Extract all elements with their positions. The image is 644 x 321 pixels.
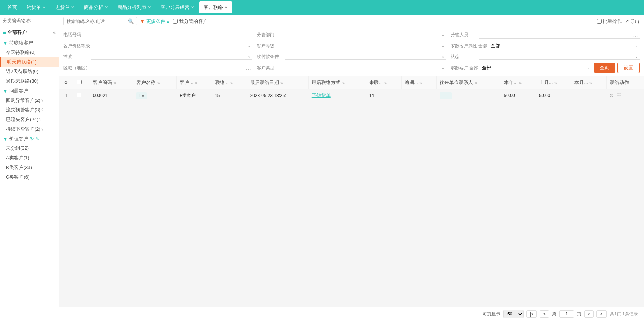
sidebar-item-aclass[interactable]: A类客户(1) bbox=[0, 153, 59, 163]
sidebar-item-overdue[interactable]: 逾期未联络(30) bbox=[0, 76, 59, 86]
sidebar-item-abnormal[interactable]: 回购异常客户(2) ? bbox=[0, 96, 59, 105]
filter-select-dept[interactable]: ⌄ bbox=[285, 32, 446, 38]
sort-icon[interactable]: ⇅ bbox=[280, 81, 283, 85]
sidebar-item-cclass[interactable]: C类客户(6) bbox=[0, 172, 59, 182]
export-btn[interactable]: ↗ 导出 bbox=[625, 18, 640, 25]
collapse-icon[interactable]: « bbox=[53, 30, 56, 35]
close-icon[interactable]: ✕ bbox=[191, 5, 194, 10]
sidebar-item-tomorrow[interactable]: 明天待联络(1) bbox=[0, 57, 59, 67]
cell-customer-code: 000021 bbox=[90, 89, 133, 102]
help-icon: ? bbox=[39, 117, 41, 122]
nav-item-1[interactable]: 进货单 ✕ bbox=[51, 1, 79, 13]
setting-button[interactable]: 设置 bbox=[617, 63, 640, 73]
sidebar-item-bclass[interactable]: B类客户(33) bbox=[0, 163, 59, 172]
select-all-checkbox[interactable] bbox=[77, 80, 82, 84]
nav-item-4[interactable]: 客户分层经营 ✕ bbox=[156, 1, 199, 13]
dots-icon: … bbox=[246, 65, 251, 71]
sort-icon[interactable]: ⇅ bbox=[113, 81, 116, 85]
my-customers-checkbox[interactable] bbox=[173, 19, 178, 24]
edit-icon[interactable]: ✎ bbox=[35, 136, 39, 141]
filter-label-price-level: 客户价格等级 bbox=[63, 43, 90, 49]
sort-icon[interactable]: ⇅ bbox=[157, 81, 160, 85]
more-conditions-btn[interactable]: ▼ 更多条件 ▲ bbox=[140, 18, 170, 25]
table-row: 1 000021 Ea B类客户 15 2023-05-23 18:25: 下销… bbox=[59, 89, 644, 102]
refresh-action-icon[interactable]: ↻ bbox=[609, 93, 614, 99]
search-box: 🔍 bbox=[63, 17, 137, 25]
sort-icon[interactable]: ⇅ bbox=[195, 81, 197, 85]
sidebar-search-input[interactable] bbox=[3, 18, 58, 23]
first-page-btn[interactable]: |< bbox=[526, 310, 537, 318]
sort-icon[interactable]: ⇅ bbox=[230, 81, 233, 85]
prev-page-btn[interactable]: < bbox=[540, 310, 549, 318]
filter-select-payment[interactable]: ⌄ bbox=[285, 53, 446, 60]
filter-label-payment: 收付款条件 bbox=[257, 54, 283, 60]
sidebar-item-7days[interactable]: 近7天待联络(0) bbox=[0, 67, 59, 76]
per-page-label: 每页显示 bbox=[483, 311, 500, 317]
sort-icon[interactable]: ⇅ bbox=[475, 81, 477, 85]
sidebar-item-today[interactable]: 今天待联络(0) bbox=[0, 48, 59, 57]
filter-select-customer-type[interactable]: ⌄ bbox=[285, 65, 446, 71]
search-icon[interactable]: 🔍 bbox=[128, 18, 134, 24]
next-page-btn[interactable]: > bbox=[584, 310, 594, 318]
last-page-btn[interactable]: >| bbox=[596, 310, 607, 318]
filter-input-phone[interactable] bbox=[91, 31, 252, 38]
nav-item-3[interactable]: 商品分析列表 ✕ bbox=[113, 1, 155, 13]
help-icon: ? bbox=[41, 108, 43, 112]
filter-label-retail-attr: 零散客户属性 全部 bbox=[451, 43, 487, 49]
sidebar-item-ungrouped[interactable]: 未分组(32) bbox=[0, 144, 59, 153]
sidebar-item-declining[interactable]: 持续下滑客户(2) ? bbox=[0, 124, 59, 134]
sort-icon[interactable]: ⇅ bbox=[342, 81, 345, 85]
grid-action-icon[interactable]: ☷ bbox=[617, 93, 622, 99]
filter-select-retail-attr[interactable]: 全部 ⌄ bbox=[489, 42, 640, 50]
filter-select-customer-level[interactable]: ⌄ bbox=[285, 43, 446, 49]
cell-last-contact-method[interactable]: 下销货单 bbox=[309, 89, 366, 102]
filter-select-retail-customer[interactable]: 全部 ⌄ bbox=[480, 64, 592, 72]
nav-home[interactable]: 首页 bbox=[3, 3, 21, 12]
nav-item-0[interactable]: 销货单 ✕ bbox=[22, 1, 50, 13]
sidebar-all-customers[interactable]: ■ 全部客户 « bbox=[0, 27, 59, 38]
sort-icon[interactable]: ⇅ bbox=[519, 81, 522, 85]
nav-item-2[interactable]: 商品分析 ✕ bbox=[80, 1, 112, 13]
filter-select-price-level[interactable]: ⌄ bbox=[92, 43, 252, 49]
sidebar-item-lostwarning[interactable]: 流失预警客户(3) ? bbox=[0, 105, 59, 115]
cell-action: ↻ ☷ bbox=[606, 89, 644, 102]
sidebar-problem-section: ▼ 问题客户 bbox=[0, 86, 59, 96]
search-input[interactable] bbox=[67, 19, 126, 24]
sidebar-pending-section: ▼ 待联络客户 bbox=[0, 38, 59, 48]
close-icon[interactable]: ✕ bbox=[42, 5, 46, 10]
query-button[interactable]: 查询 bbox=[594, 63, 615, 73]
export-icon: ↗ bbox=[625, 18, 629, 24]
filter-row-status: 状态 ⌄ bbox=[451, 53, 640, 60]
sort-icon[interactable]: ⇅ bbox=[419, 81, 422, 85]
close-icon[interactable]: ✕ bbox=[224, 5, 228, 10]
chevron-down-icon: ⌄ bbox=[248, 54, 251, 59]
cell-checkbox[interactable] bbox=[74, 89, 90, 102]
row-checkbox[interactable] bbox=[77, 93, 81, 97]
filter-select-nature[interactable]: ⌄ bbox=[91, 53, 252, 60]
sort-icon[interactable]: ⇅ bbox=[554, 81, 557, 85]
filter-select-person[interactable]: … bbox=[479, 31, 640, 39]
sort-icon[interactable]: ⇅ bbox=[384, 81, 387, 85]
per-page-select[interactable]: 50 100 200 bbox=[503, 310, 524, 318]
filter-select-status[interactable]: ⌄ bbox=[479, 53, 640, 60]
sidebar-item-lost[interactable]: 已流失客户(24) ? bbox=[0, 115, 59, 124]
filter-label-region: 区域（地区） bbox=[63, 65, 90, 71]
close-icon[interactable]: ✕ bbox=[71, 5, 74, 10]
page-unit: 页 bbox=[577, 311, 581, 317]
triangle-icon: ▼ bbox=[3, 136, 8, 142]
col-settings[interactable]: ⚙ bbox=[59, 76, 74, 89]
refresh-icon[interactable]: ↻ bbox=[30, 136, 34, 142]
contact-method-link[interactable]: 下销货单 bbox=[312, 93, 331, 98]
batch-op-btn[interactable]: 批量操作 bbox=[597, 18, 622, 25]
close-icon[interactable]: ✕ bbox=[148, 5, 151, 10]
cell-contact: 15 bbox=[212, 89, 247, 102]
col-customer-type: 客户... ⇅ bbox=[176, 76, 212, 89]
close-icon[interactable]: ✕ bbox=[105, 5, 108, 10]
filter-label-person: 分管人员 bbox=[451, 32, 476, 38]
batch-op-checkbox[interactable] bbox=[597, 19, 602, 24]
cell-this-year: 50.00 bbox=[501, 89, 536, 102]
sort-icon[interactable]: ⇅ bbox=[589, 81, 592, 85]
nav-item-5[interactable]: 客户联络 ✕ bbox=[199, 1, 232, 13]
filter-select-region[interactable]: … bbox=[92, 64, 252, 72]
page-input[interactable] bbox=[559, 310, 574, 318]
